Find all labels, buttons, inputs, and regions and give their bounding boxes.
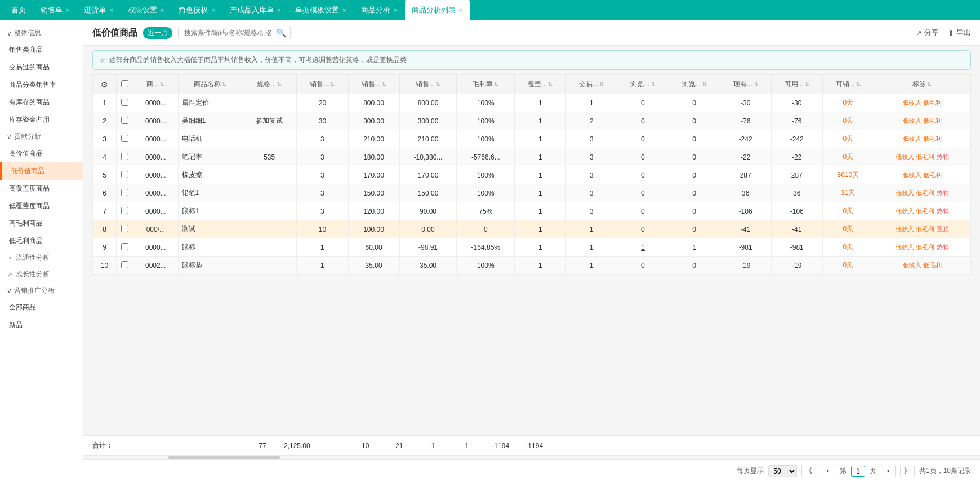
nav-template-close[interactable]: × <box>342 7 346 14</box>
row-checkbox[interactable] <box>121 99 128 106</box>
sidebar-item-new-goods[interactable]: 新品 <box>0 316 83 334</box>
sidebar-item-low-coverage[interactable]: 低覆盖度商品 <box>0 197 83 215</box>
nav-template[interactable]: 单据模板设置 × <box>288 0 353 20</box>
nav-purchase[interactable]: 进货单 × <box>77 0 119 20</box>
row-checkbox[interactable] <box>121 261 128 268</box>
sidebar-item-traded-goods[interactable]: 交易过的商品 <box>0 59 83 76</box>
first-page-btn[interactable]: 《 <box>801 465 816 477</box>
nav-purchase-close[interactable]: × <box>109 7 113 14</box>
cell-spec <box>242 238 296 257</box>
row-checkbox[interactable] <box>121 171 128 178</box>
cell-checkbox[interactable] <box>117 148 133 166</box>
row-checkbox[interactable] <box>121 189 128 196</box>
select-all-checkbox[interactable] <box>121 80 128 87</box>
th-name[interactable]: 商品名称⇅ <box>178 75 242 94</box>
cell-checkbox[interactable] <box>117 166 133 184</box>
nav-permission-close[interactable]: × <box>161 7 164 14</box>
cell-checkbox[interactable] <box>117 257 133 275</box>
cell-name[interactable]: 吴细细1 <box>178 112 242 130</box>
nav-sales[interactable]: 销售单 × <box>34 0 76 20</box>
nav-sales-close[interactable]: × <box>66 7 69 14</box>
row-checkbox[interactable] <box>121 243 128 250</box>
horizontal-scrollbar[interactable] <box>83 455 980 459</box>
th-gross[interactable]: 毛利率⇅ <box>457 75 515 94</box>
th-gear[interactable]: ⚙ <box>93 75 117 94</box>
cell-checkbox[interactable] <box>117 130 133 148</box>
sidebar-item-low-value[interactable]: 低价值商品 <box>0 162 83 180</box>
th-s2[interactable]: 销售...⇅ <box>348 75 399 94</box>
sidebar-item-stock-fund[interactable]: 库存资金占用 <box>0 111 83 129</box>
per-page-select[interactable]: 50 100 200 <box>768 465 797 477</box>
row-checkbox[interactable] <box>121 207 128 214</box>
th-tags[interactable]: 标签⇅ <box>874 75 970 94</box>
nav-home[interactable]: 首页 <box>5 0 33 20</box>
nav-product-in-close[interactable]: × <box>277 7 280 14</box>
nav-product-analysis[interactable]: 商品分析 × <box>354 0 404 20</box>
gear-icon[interactable]: ⚙ <box>101 80 108 89</box>
cell-browse1[interactable]: 1 <box>617 238 669 257</box>
table-row: 10 0002... 鼠标垫 1 35.00 35.00 100% 1 1 0 … <box>93 257 971 275</box>
share-button[interactable]: ↗ 分享 <box>916 28 939 38</box>
prev-page-btn[interactable]: ＜ <box>821 465 835 477</box>
cell-checkbox[interactable] <box>117 112 133 130</box>
th-checkbox[interactable] <box>117 75 133 94</box>
cell-name[interactable]: 鼠标1 <box>178 202 242 220</box>
th-spec[interactable]: 规格...⇅ <box>242 75 296 94</box>
cell-num: 7 <box>93 202 117 220</box>
th-avail[interactable]: 可用...⇅ <box>771 75 822 94</box>
nav-role-close[interactable]: × <box>211 7 215 14</box>
th-stock[interactable]: 现有...⇅ <box>720 75 771 94</box>
filter-tag-recent[interactable]: 近一月 <box>143 27 172 39</box>
th-cov[interactable]: 覆盖...⇅ <box>515 75 566 94</box>
last-page-btn[interactable]: 》 <box>900 465 915 477</box>
sidebar-item-high-coverage[interactable]: 高覆盖度商品 <box>0 180 83 197</box>
sidebar-item-high-margin[interactable]: 高毛利商品 <box>0 215 83 232</box>
cell-checkbox[interactable] <box>117 220 133 238</box>
th-trade[interactable]: 交易...⇅ <box>566 75 617 94</box>
th-browse1[interactable]: 浏览...⇅ <box>617 75 669 94</box>
cell-tags: 低收入 低毛利 <box>874 166 970 184</box>
cell-name[interactable]: 铅笔1 <box>178 184 242 202</box>
search-icon[interactable]: 🔍 <box>277 28 286 37</box>
nav-product-analysis-list-close[interactable]: × <box>459 7 462 14</box>
sidebar-group-growth[interactable]: ＞ 成长性分析 <box>0 266 83 282</box>
cell-checkbox[interactable] <box>117 238 133 257</box>
cell-checkbox[interactable] <box>117 184 133 202</box>
cell-name[interactable]: 属性定价 <box>178 94 242 112</box>
next-page-btn[interactable]: ＞ <box>881 465 896 477</box>
sidebar-item-high-value[interactable]: 高价值商品 <box>0 145 83 162</box>
cell-name[interactable]: 测试 <box>178 220 242 238</box>
sidebar-item-all-goods[interactable]: 全部商品 <box>0 299 83 316</box>
th-s3[interactable]: 销售...⇅ <box>399 75 457 94</box>
table-wrapper[interactable]: ⚙ 商...⇅ 商品名称⇅ 规格...⇅ 销售...⇅ 销售...⇅ 销售...… <box>92 74 971 435</box>
cell-checkbox[interactable] <box>117 94 133 112</box>
sidebar-item-stocked-goods[interactable]: 有库存的商品 <box>0 94 83 111</box>
row-checkbox[interactable] <box>121 225 128 232</box>
row-checkbox[interactable] <box>121 117 128 124</box>
sidebar-item-sales-goods[interactable]: 销售类商品 <box>0 41 83 59</box>
nav-product-analysis-close[interactable]: × <box>394 7 397 14</box>
sidebar-group-flow[interactable]: ＞ 流通性分析 <box>0 250 83 266</box>
nav-permission[interactable]: 权限设置 × <box>121 0 171 20</box>
cell-name[interactable]: 鼠标 <box>178 238 242 257</box>
sidebar-item-low-margin[interactable]: 低毛利商品 <box>0 232 83 250</box>
cell-name[interactable]: 鼠标垫 <box>178 257 242 275</box>
nav-product-in[interactable]: 产成品入库单 × <box>223 0 287 20</box>
sidebar-item-category-rate[interactable]: 商品分类销售率 <box>0 76 83 94</box>
th-code[interactable]: 商...⇅ <box>133 75 178 94</box>
cell-name[interactable]: 橡皮擦 <box>178 166 242 184</box>
row-checkbox[interactable] <box>121 135 128 142</box>
row-checkbox[interactable] <box>121 153 128 160</box>
th-s1[interactable]: 销售...⇅ <box>297 75 348 94</box>
cell-name[interactable]: 笔记本 <box>178 148 242 166</box>
cell-avail: -19 <box>771 257 822 275</box>
cell-checkbox[interactable] <box>117 202 133 220</box>
search-input[interactable] <box>178 26 291 39</box>
th-days[interactable]: 可销...⇅ <box>822 75 874 94</box>
nav-product-analysis-list[interactable]: 商品分析列表 × <box>405 0 469 20</box>
cell-name[interactable]: 电话机 <box>178 130 242 148</box>
th-browse2[interactable]: 浏览...⇅ <box>669 75 720 94</box>
export-button[interactable]: ⬆ 导出 <box>948 28 971 38</box>
pagination-bar: 每页显示 50 100 200 《 ＜ 第 1 页 ＞ 》 共1页，10条记录 <box>83 459 980 482</box>
nav-role[interactable]: 角色授权 × <box>172 0 221 20</box>
